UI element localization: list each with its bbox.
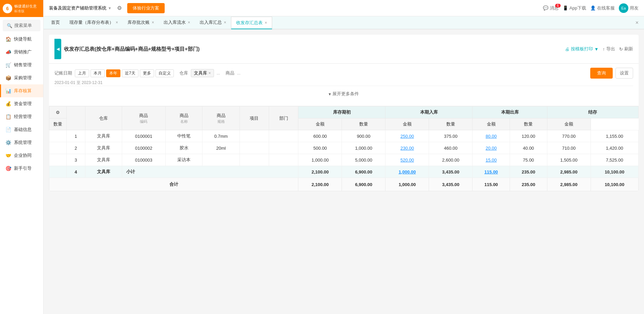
tab-inventory-dist[interactable]: 现存量（库存分布表） ×: [65, 17, 123, 29]
search-icon: 🔍: [7, 23, 12, 28]
settings-btn[interactable]: 设置: [615, 68, 633, 79]
app-name-line2: 标准版: [14, 9, 37, 13]
message-count: 6: [555, 4, 561, 7]
page-actions: 🖨 按模板打印 ▼ ↑ 导出 ↻ 刷新: [565, 46, 633, 52]
sidebar-item-enterprise[interactable]: 🤝 企业协同: [0, 149, 43, 162]
date-range-display: 2023-01-01 至 2023-12-31: [54, 80, 102, 86]
row-opening-qty: 500.00: [298, 142, 342, 154]
table-settings-icon[interactable]: ⚙: [56, 110, 60, 115]
date-btn-more[interactable]: 更多: [140, 69, 154, 77]
row-closing-amt: 1,420.00: [591, 142, 638, 154]
tab-inventory-dist-label: 现存量（库存分布表）: [69, 19, 114, 26]
row-goods-code: 0100001: [122, 130, 165, 142]
system-name: 装备及固定资产辅助管理系统: [49, 5, 106, 11]
date-btn-this-month[interactable]: 本月: [90, 69, 105, 77]
row-out-amt: 120.00: [510, 130, 547, 142]
tab-batch-ledger-label: 库存批次账: [128, 19, 150, 26]
subtotal-out-qty[interactable]: 115.00: [473, 166, 510, 178]
sidebar-item-purchase[interactable]: 📦 采购管理: [0, 71, 43, 84]
row-closing-amt: 7,525.00: [591, 154, 638, 166]
search-menu-label: 搜索菜单: [14, 22, 32, 29]
row-in-qty[interactable]: 520.00: [385, 154, 429, 166]
col-closing-amt: 金额: [547, 118, 591, 130]
page-content: ◀ 收发存汇总表(按仓库+商品编码+商品+规格型号+项目+部门) 🖨 按模板打印…: [44, 29, 644, 197]
row-closing-qty: 1,505.00: [547, 154, 591, 166]
tab-batch-ledger-close[interactable]: ×: [152, 20, 154, 25]
col-out-qty: 数量: [429, 118, 473, 130]
inventory-icon: 📊: [5, 88, 11, 94]
row-in-qty[interactable]: 230.00: [385, 142, 429, 154]
sidebar-item-finance-label: 资金管理: [14, 101, 32, 107]
tab-receive-send-summary[interactable]: 收发存汇总表 ×: [231, 17, 272, 29]
sidebar-item-quick-nav[interactable]: 🏠 快捷导航: [0, 33, 43, 46]
sidebar-item-newbie[interactable]: 🎯 新手引导: [0, 162, 43, 175]
refresh-btn[interactable]: ↻ 刷新: [619, 46, 633, 52]
row-goods-code: 0100003: [122, 154, 165, 166]
tab-home-label: 首页: [51, 19, 60, 26]
subtotal-in-qty[interactable]: 1,000.00: [385, 166, 429, 178]
row-goods-code: 0100002: [122, 142, 165, 154]
row-out-amt: 40.00: [510, 142, 547, 154]
subtotal-opening-qty: 2,100.00: [298, 166, 342, 178]
sidebar-item-inventory[interactable]: 📊 库存核算: [0, 84, 43, 97]
row-out-qty[interactable]: 15.00: [473, 154, 510, 166]
online-service-btn[interactable]: 👤 在线客服: [590, 5, 615, 11]
row-out-amt: 75.00: [510, 154, 547, 166]
warehouse-tag-close[interactable]: ×: [209, 71, 211, 76]
tab-receive-send-summary-label: 收发存汇总表: [236, 20, 263, 26]
sidebar-item-operations[interactable]: 📋 经营管理: [0, 110, 43, 123]
col-group-period-out: 本期出库: [473, 106, 547, 118]
app-download-btn[interactable]: 📱 App下载: [563, 5, 586, 11]
tab-inventory-dist-close[interactable]: ×: [116, 20, 118, 25]
goods-more-btn[interactable]: ...: [237, 71, 241, 76]
data-table: ⚙ 仓库 商品编码 商品名称 商品规格 项目 部门 库存期初 本期入库 本期出库…: [49, 106, 639, 191]
search-menu[interactable]: 🔍 搜索菜单: [3, 20, 40, 31]
row-out-qty[interactable]: 20.00: [473, 142, 510, 154]
message-badge-area[interactable]: 💬 消息 6: [543, 5, 559, 11]
col-group-period-in: 本期入库: [385, 106, 473, 118]
user-area[interactable]: Ea 用友: [619, 3, 639, 13]
sidebar-item-finance[interactable]: 💰 资金管理: [0, 97, 43, 110]
collapse-sidebar-btn[interactable]: ◀: [54, 39, 61, 59]
warehouse-tag[interactable]: 文具库 ×: [191, 69, 214, 77]
row-warehouse: 文具库: [85, 154, 122, 166]
row-out-qty[interactable]: 80.00: [473, 130, 510, 142]
date-btn-this-year[interactable]: 本年: [106, 69, 120, 77]
expand-more-btn[interactable]: ▾ 展开更多条件: [329, 91, 359, 97]
col-goods-code: 商品编码: [122, 106, 165, 130]
system-dropdown-icon: ▼: [108, 6, 112, 10]
table-row: 1 文具库 0100001 中性笔 0.7mm 600.00 900.00 25…: [49, 130, 639, 142]
col-closing-qty: 数量: [510, 118, 547, 130]
total-in-amt: 3,435.00: [429, 178, 473, 191]
date-btn-last-month[interactable]: 上月: [75, 69, 89, 77]
logo-icon: 6: [3, 4, 12, 13]
row-in-qty[interactable]: 250.00: [385, 130, 429, 142]
export-btn[interactable]: ↑ 导出: [603, 46, 615, 52]
print-dropdown-icon: ▼: [594, 47, 599, 52]
sidebar-item-marketing[interactable]: 📣 营销推广: [0, 46, 43, 59]
tab-receive-send-summary-close[interactable]: ×: [265, 20, 267, 25]
tab-in-out-summary[interactable]: 出入库汇总 ×: [195, 17, 231, 29]
close-all-tabs-btn[interactable]: ×: [633, 18, 641, 27]
experience-btn[interactable]: 体验行业方案: [127, 3, 165, 13]
col-settings[interactable]: ⚙: [49, 106, 67, 118]
tab-in-out-flow[interactable]: 出入库流水 ×: [159, 17, 195, 29]
sidebar-item-sales[interactable]: 🛒 销售管理: [0, 59, 43, 71]
tab-in-out-flow-close[interactable]: ×: [188, 20, 190, 25]
sidebar-item-system[interactable]: ⚙️ 系统管理: [0, 136, 43, 149]
tab-in-out-summary-close[interactable]: ×: [224, 20, 226, 25]
system-name-area: 装备及固定资产辅助管理系统 ▼: [49, 5, 112, 11]
sidebar-item-newbie-label: 新手引导: [14, 165, 32, 171]
sidebar-item-system-label: 系统管理: [14, 139, 32, 146]
row-opening-qty: 600.00: [298, 130, 342, 142]
query-btn[interactable]: 查询: [590, 68, 613, 79]
print-btn[interactable]: 🖨 按模板打印 ▼: [565, 46, 599, 52]
tab-batch-ledger[interactable]: 库存批次账 ×: [123, 17, 159, 29]
date-btn-7days[interactable]: 近7天: [122, 69, 138, 77]
gear-settings-icon[interactable]: ⚙: [117, 5, 122, 11]
date-btn-custom[interactable]: 自定义: [155, 69, 174, 77]
sidebar-item-base-info[interactable]: 📄 基础信息: [0, 123, 43, 136]
warehouse-more-btn[interactable]: ...: [217, 71, 220, 76]
col-goods-spec: 商品规格: [202, 106, 240, 130]
tab-home[interactable]: 首页: [46, 17, 65, 29]
